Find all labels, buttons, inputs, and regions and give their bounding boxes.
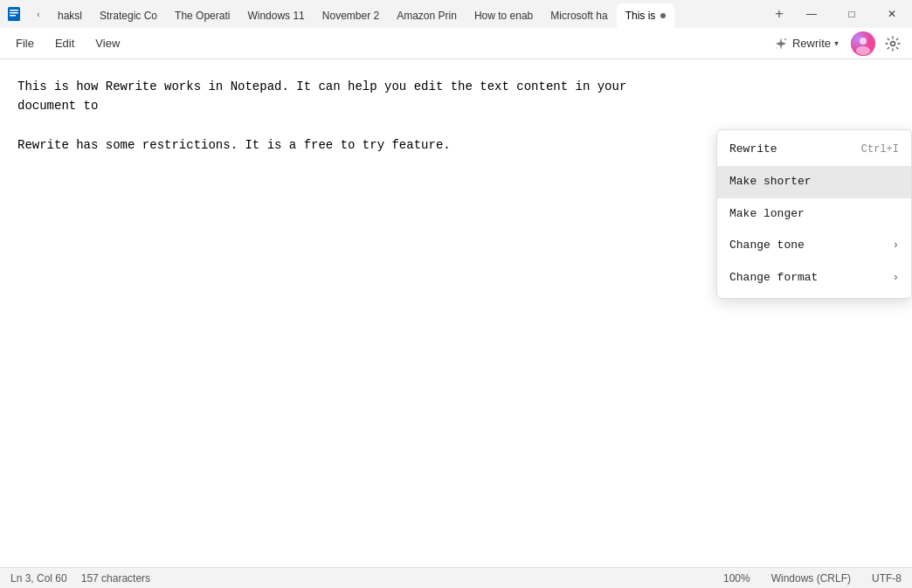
status-right: 100% Windows (CRLF) UTF-8	[723, 572, 902, 585]
maximize-button[interactable]: □	[832, 0, 872, 28]
gear-icon	[885, 36, 901, 52]
dropdown-item-make-shorter[interactable]: Make shorter	[717, 166, 911, 198]
dropdown-item-change-format[interactable]: Change format›	[717, 262, 911, 294]
svg-rect-0	[8, 7, 20, 21]
dropdown-item-make-longer[interactable]: Make longer	[717, 198, 911, 231]
dropdown-shortcut-rewrite: Ctrl+I	[861, 142, 899, 158]
tab-label-microsoft-ha: Microsoft ha	[550, 10, 607, 22]
dropdown-item-left-rewrite: Rewrite	[729, 141, 777, 159]
avatar-image	[851, 31, 875, 56]
tab-haksl[interactable]: haksl	[49, 3, 91, 28]
tab-label-strategic-co: Strategic Co	[100, 10, 157, 22]
menu-bar: File Edit View Rewrite ▾	[0, 28, 912, 59]
line-col-status: Ln 3, Col 60	[10, 572, 67, 585]
settings-button[interactable]	[881, 31, 905, 56]
tab-label-this-is: This is	[625, 10, 656, 22]
tab-microsoft-ha[interactable]: Microsoft ha	[542, 3, 616, 28]
new-tab-button[interactable]: +	[767, 2, 791, 26]
svg-point-9	[891, 41, 895, 45]
minimize-button[interactable]: —	[791, 0, 832, 28]
dropdown-label-make-longer: Make longer	[729, 205, 805, 224]
dropdown-right-rewrite: Ctrl+I	[861, 142, 899, 158]
editor-area[interactable]: This is how Rewrite works in Notepad. It…	[0, 59, 912, 567]
menu-file[interactable]: File	[7, 33, 43, 53]
close-button[interactable]: ✕	[872, 0, 912, 28]
status-bar: Ln 3, Col 60 157 characters 100% Windows…	[0, 567, 912, 588]
profile-avatar[interactable]	[851, 31, 875, 56]
svg-point-5	[776, 47, 777, 49]
dropdown-label-change-format: Change format	[729, 269, 818, 287]
tab-label-haksl: haksl	[58, 10, 82, 22]
title-bar-left: ‹	[0, 0, 49, 28]
svg-point-8	[856, 46, 870, 55]
tab-windows-11[interactable]: Windows 11	[238, 3, 313, 28]
tab-this-is[interactable]: This is	[617, 3, 675, 28]
dropdown-label-rewrite: Rewrite	[729, 141, 777, 159]
tabs-container: hakslStrategic CoThe OperatiWindows 11No…	[49, 0, 767, 28]
dropdown-right-change-format: ›	[893, 270, 899, 287]
svg-rect-1	[10, 10, 18, 11]
tab-label-amazon-prin: Amazon Prin	[397, 10, 457, 22]
dropdown-right-change-tone: ›	[893, 238, 899, 254]
dropdown-item-left-change-format: Change format	[729, 269, 818, 287]
rewrite-ai-button[interactable]: Rewrite ▾	[766, 32, 846, 55]
dropdown-submenu-chevron-change-format: ›	[893, 270, 899, 287]
tab-label-how-to-enab: How to enab	[474, 10, 533, 22]
zoom-status: 100%	[723, 572, 750, 585]
dropdown-item-change-tone[interactable]: Change tone›	[717, 230, 911, 262]
editor-line-1: This is how Rewrite works in Notepad. It…	[17, 80, 626, 113]
svg-rect-2	[10, 12, 18, 14]
ai-sparkle-icon	[773, 36, 789, 52]
tab-modified-dot-this-is	[660, 13, 666, 18]
app-icon	[5, 5, 23, 23]
window-controls: — □ ✕	[791, 0, 912, 28]
dropdown-submenu-chevron-change-tone: ›	[893, 238, 899, 254]
encoding-status: UTF-8	[872, 572, 902, 585]
menu-right: Rewrite ▾	[766, 31, 905, 56]
rewrite-label: Rewrite	[792, 37, 831, 50]
menu-edit[interactable]: Edit	[46, 33, 83, 53]
dropdown-item-left-make-shorter: Make shorter	[729, 173, 812, 191]
svg-point-7	[860, 38, 867, 45]
tab-strategic-co[interactable]: Strategic Co	[91, 3, 166, 28]
tab-november-2[interactable]: November 2	[314, 3, 388, 28]
char-count-status: 157 characters	[81, 572, 150, 585]
menu-view[interactable]: View	[86, 33, 128, 53]
dropdown-label-make-shorter: Make shorter	[729, 173, 812, 191]
svg-rect-3	[10, 15, 16, 17]
tab-label-the-operati: The Operati	[175, 10, 230, 22]
dropdown-item-left-change-tone: Change tone	[729, 237, 805, 255]
tab-how-to-enab[interactable]: How to enab	[466, 3, 542, 28]
tab-scroll-left[interactable]: ‹	[28, 0, 49, 28]
dropdown-label-change-tone: Change tone	[729, 237, 805, 255]
tab-label-windows-11: Windows 11	[247, 10, 304, 22]
dropdown-item-rewrite[interactable]: RewriteCtrl+I	[717, 134, 911, 166]
tab-amazon-prin[interactable]: Amazon Prin	[388, 3, 466, 28]
svg-point-4	[784, 38, 786, 39]
editor-line-3: Rewrite has some restrictions. It is a f…	[17, 138, 451, 152]
editor-content: This is how Rewrite works in Notepad. It…	[17, 77, 681, 156]
rewrite-chevron: ▾	[834, 38, 839, 48]
tab-the-operati[interactable]: The Operati	[166, 3, 238, 28]
dropdown-item-left-make-longer: Make longer	[729, 205, 805, 224]
rewrite-dropdown: RewriteCtrl+IMake shorterMake longerChan…	[716, 129, 912, 299]
title-bar: ‹ hakslStrategic CoThe OperatiWindows 11…	[0, 0, 912, 28]
line-ending-status: Windows (CRLF)	[771, 572, 851, 585]
tab-label-november-2: November 2	[322, 10, 379, 22]
